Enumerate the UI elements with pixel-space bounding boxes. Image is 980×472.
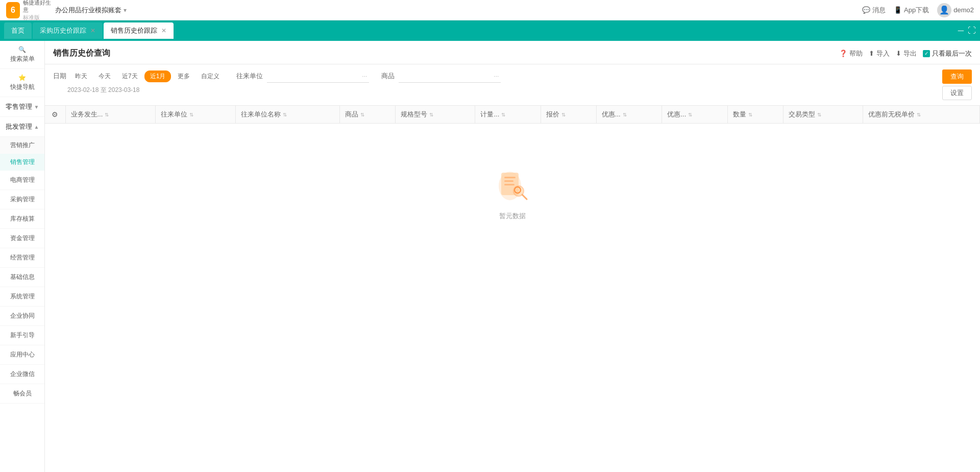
partner-label: 往来单位	[236, 72, 263, 81]
svg-rect-2	[504, 177, 516, 178]
date-filter-group: 日期 昨天 今天 近7天 近1月 更多 自定义	[53, 70, 224, 82]
sidebar-item-marketing[interactable]: 营销推广	[0, 137, 44, 154]
sidebar-item-corp-wechat[interactable]: 企业微信	[0, 365, 44, 384]
top-right: 💬 消息 📱 App下载 👤 demo2	[862, 3, 974, 17]
tab-purchase-history[interactable]: 采购历史价跟踪 ✕	[33, 22, 103, 39]
sidebar-item-retail-mgmt[interactable]: 零售管理 ▼	[0, 97, 44, 117]
sort-icon: ⇅	[917, 112, 921, 117]
sidebar-item-sales-mgmt[interactable]: 销售管理	[0, 154, 44, 171]
svg-line-6	[522, 195, 527, 199]
user-avatar[interactable]: 👤 demo2	[937, 3, 974, 17]
page-actions: ❓ 帮助 ⬆ 导入 ⬇ 导出 ✓ 只看最后一次	[839, 49, 972, 58]
sort-icon: ⇅	[501, 112, 505, 117]
help-btn[interactable]: ❓ 帮助	[839, 49, 863, 58]
app-selector[interactable]: 办公用品行业模拟账套 ▾	[55, 6, 858, 15]
sidebar-item-app-center[interactable]: 应用中心	[0, 345, 44, 365]
app-download-btn[interactable]: 📱 App下载	[894, 6, 929, 15]
col-discount1[interactable]: 优惠... ⇅	[596, 106, 662, 124]
sidebar-item-member[interactable]: 畅会员	[0, 384, 44, 404]
sidebar-item-quick-nav[interactable]: ⭐ 快捷导航	[0, 69, 44, 97]
sidebar-item-inventory[interactable]: 库存核算	[0, 209, 44, 229]
sidebar-item-wholesale-mgmt[interactable]: 批发管理 ▲	[0, 117, 44, 137]
help-icon: ❓	[839, 50, 847, 57]
table-area: ⚙ 业务发生... ⇅ 往来单位 ⇅	[45, 106, 980, 472]
filter-line-date-range: 2023-02-18 至 2023-03-18	[53, 86, 501, 95]
goods-filter-group: 商品 ···	[381, 69, 501, 83]
message-btn[interactable]: 💬 消息	[862, 6, 886, 15]
tab-sales-history[interactable]: 销售历史价跟踪 ✕	[104, 22, 174, 39]
chevron-down-icon: ▾	[124, 7, 127, 14]
sort-icon: ⇅	[105, 112, 109, 117]
gear-icon[interactable]: ⚙	[52, 110, 58, 119]
col-trade-type[interactable]: 交易类型 ⇅	[783, 106, 863, 124]
sort-icon: ⇅	[561, 112, 566, 117]
username: demo2	[953, 6, 974, 14]
date-range-text: 2023-02-18 至 2023-03-18	[67, 86, 139, 95]
col-goods[interactable]: 商品 ⇅	[340, 106, 396, 124]
goods-input[interactable]: ···	[399, 69, 501, 83]
sidebar-item-search-menu[interactable]: 🔍 搜索菜单	[0, 41, 44, 69]
sidebar-item-operations[interactable]: 经营管理	[0, 248, 44, 268]
date-btn-more[interactable]: 更多	[173, 70, 194, 82]
date-buttons: 昨天 今天 近7天 近1月 更多 自定义	[70, 70, 224, 82]
col-unit[interactable]: 计量... ⇅	[475, 106, 541, 124]
logo-text: 畅捷通好生意 标准版	[23, 0, 51, 21]
filter-section: 日期 昨天 今天 近7天 近1月 更多 自定义 往来单位	[53, 69, 501, 95]
tab-purchase-close-icon[interactable]: ✕	[90, 27, 95, 34]
sidebar-item-ecommerce[interactable]: 电商管理	[0, 171, 44, 190]
col-quote[interactable]: 报价 ⇅	[541, 106, 597, 124]
sidebar-item-tutorial[interactable]: 新手引导	[0, 326, 44, 345]
empty-text: 暂元数据	[499, 211, 526, 221]
sort-icon: ⇅	[748, 112, 752, 117]
only-last-label: 只看最后一次	[932, 49, 972, 58]
date-btn-today[interactable]: 今天	[94, 70, 115, 82]
sort-icon: ⇅	[688, 112, 692, 117]
goods-input-dots[interactable]: ···	[494, 73, 499, 80]
chevron-up-icon: ▲	[34, 124, 39, 130]
col-biz-date[interactable]: 业务发生... ⇅	[65, 106, 156, 124]
app-selector-label: 办公用品行业模拟账套	[55, 6, 121, 15]
date-btn-yesterday[interactable]: 昨天	[70, 70, 92, 82]
tab-maximize-icon[interactable]: ⛶	[968, 26, 976, 35]
search-button[interactable]: 查询	[942, 69, 972, 84]
sort-icon: ⇅	[283, 112, 287, 117]
col-spec[interactable]: 规格型号 ⇅	[395, 106, 475, 124]
sidebar-item-purchase[interactable]: 采购管理	[0, 190, 44, 209]
tab-minimize-icon[interactable]: ─	[958, 26, 964, 35]
filter-area: 日期 昨天 今天 近7天 近1月 更多 自定义 往来单位	[45, 64, 980, 106]
import-btn[interactable]: ⬆ 导入	[869, 49, 890, 58]
svg-rect-4	[504, 184, 514, 185]
logo-icon: 6	[6, 2, 20, 18]
col-pretax-price[interactable]: 优惠前无税单价 ⇅	[863, 106, 980, 124]
empty-icon	[492, 164, 533, 205]
partner-input[interactable]: ···	[267, 69, 369, 83]
star-icon: ⭐	[18, 74, 26, 81]
empty-state: 暂元数据	[45, 124, 980, 262]
tab-bar: 首页 采购历史价跟踪 ✕ 销售历史价跟踪 ✕ ─ ⛶	[0, 20, 980, 41]
partner-input-dots[interactable]: ···	[362, 73, 367, 80]
only-last-checkbox-container[interactable]: ✓ 只看最后一次	[923, 49, 972, 58]
date-label: 日期	[53, 72, 66, 81]
content: 销售历史价查询 ❓ 帮助 ⬆ 导入 ⬇ 导出 ✓ 只看最后一次	[45, 41, 980, 472]
sidebar-item-basic-info[interactable]: 基础信息	[0, 268, 44, 287]
search-icon: 🔍	[18, 46, 26, 53]
col-partner[interactable]: 往来单位 ⇅	[156, 106, 236, 124]
col-settings[interactable]: ⚙	[45, 106, 65, 124]
sidebar-item-finance[interactable]: 资金管理	[0, 229, 44, 248]
tab-home[interactable]: 首页	[4, 22, 32, 39]
tab-sales-close-icon[interactable]: ✕	[161, 27, 166, 34]
col-partner-name[interactable]: 往来单位名称 ⇅	[235, 106, 340, 124]
date-btn-last7[interactable]: 近7天	[117, 70, 142, 82]
export-btn[interactable]: ⬇ 导出	[896, 49, 917, 58]
svg-rect-3	[504, 180, 513, 182]
date-btn-custom[interactable]: 自定义	[197, 70, 224, 82]
sidebar-item-enterprise[interactable]: 企业协同	[0, 306, 44, 326]
avatar: 👤	[937, 3, 951, 17]
col-quantity[interactable]: 数量 ⇅	[728, 106, 783, 124]
sidebar-item-sys-mgmt[interactable]: 系统管理	[0, 287, 44, 306]
partner-filter-group: 往来单位 ···	[236, 69, 369, 83]
date-btn-last1m[interactable]: 近1月	[144, 70, 172, 82]
col-discount2[interactable]: 优惠... ⇅	[662, 106, 728, 124]
export-icon: ⬇	[896, 50, 901, 57]
setting-button[interactable]: 设置	[942, 86, 972, 100]
